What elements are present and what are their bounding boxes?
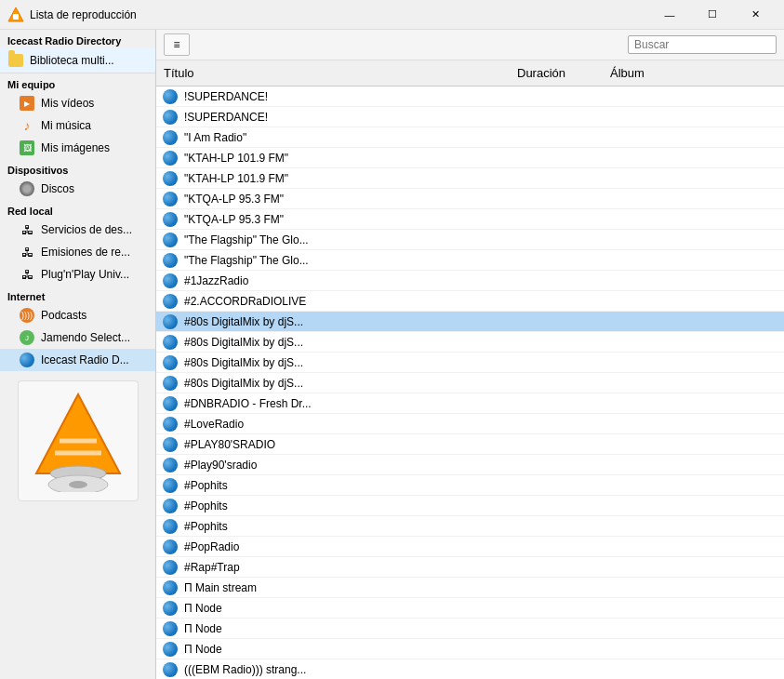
table-row[interactable]: #LoveRadio (156, 414, 784, 434)
row-globe-icon (156, 662, 184, 677)
row-title: #80s DigitalMix by djS... (184, 315, 510, 328)
sidebar-label-podcasts: Podcasts (41, 309, 86, 322)
row-title: #Pophits (184, 520, 510, 533)
table-row[interactable]: "The Flagship" The Glo... (156, 230, 784, 250)
table-row[interactable]: "The Flagship" The Glo... (156, 250, 784, 271)
sidebar-item-musica[interactable]: ♪ Mi música (0, 114, 155, 137)
section-label-red-local: Red local (0, 200, 155, 219)
sidebar-item-imagenes[interactable]: 🖼 Mis imágenes (0, 137, 155, 159)
network-icon-plugnplay: 🖧 (19, 266, 35, 283)
table-row[interactable]: #80s DigitalMix by djS... (156, 312, 784, 332)
table-row[interactable]: "I Am Radio" (156, 127, 784, 148)
table-row[interactable]: Π Node (156, 619, 784, 639)
table-row[interactable]: (((EBM Radio))) strang... (156, 659, 784, 679)
svg-rect-1 (13, 14, 19, 20)
row-title: "KTAH-LP 101.9 FM" (184, 172, 510, 185)
svg-marker-2 (36, 394, 120, 473)
row-globe-icon (156, 560, 184, 575)
icecast-icon (19, 352, 35, 368)
column-header-duracion[interactable]: Duración (510, 66, 603, 80)
row-globe-icon (156, 376, 184, 391)
table-row[interactable]: #80s DigitalMix by djS... (156, 353, 784, 373)
row-globe-icon (156, 417, 184, 432)
close-button[interactable]: ✕ (734, 0, 777, 30)
table-row[interactable]: #80s DigitalMix by djS... (156, 332, 784, 353)
table-row[interactable]: "KTQA-LP 95.3 FM" (156, 209, 784, 230)
row-title: "I Am Radio" (184, 131, 510, 144)
sidebar-item-icecast[interactable]: Icecast Radio D... (0, 349, 155, 371)
table-row[interactable]: #80s DigitalMix by djS... (156, 373, 784, 393)
sidebar-item-servicios[interactable]: 🖧 Servicios de des... (0, 219, 155, 241)
table-row[interactable]: Π Node (156, 598, 784, 619)
vlc-logo-area (18, 380, 139, 501)
titlebar: Lista de reproducción — ☐ ✕ (0, 0, 784, 30)
table-row[interactable]: #Pophits (156, 475, 784, 496)
row-globe-icon (156, 539, 184, 554)
row-globe-icon (156, 601, 184, 616)
network-icon-servicios: 🖧 (19, 221, 35, 238)
section-label-icecast-dir: Icecast Radio Directory (0, 30, 155, 48)
table-row[interactable]: #PLAY80'SRADIO (156, 434, 784, 455)
row-title: #2.ACCORDRaDIOLIVE (184, 295, 510, 308)
list-view-button[interactable]: ≡ (164, 33, 190, 56)
row-globe-icon (156, 355, 184, 370)
row-title: Π Node (184, 602, 510, 615)
table-row[interactable]: !SUPERDANCE! (156, 87, 784, 107)
search-input[interactable] (634, 38, 770, 51)
sidebar-label-servicios: Servicios de des... (41, 223, 132, 236)
column-header-titulo[interactable]: Título (156, 66, 510, 80)
row-title: #DNBRADIO - Fresh Dr... (184, 397, 510, 410)
maximize-button[interactable]: ☐ (691, 0, 734, 30)
table-row[interactable]: #1JazzRadio (156, 271, 784, 291)
folder-icon (7, 52, 24, 69)
music-icon: ♪ (19, 117, 35, 134)
table-row[interactable]: #2.ACCORDRaDIOLIVE (156, 291, 784, 312)
network-icon-emisiones: 🖧 (19, 244, 35, 260)
table-row[interactable]: #DNBRADIO - Fresh Dr... (156, 393, 784, 414)
section-label-mi-equipo: Mi equipo (0, 73, 155, 92)
vlc-logo (27, 390, 129, 492)
row-title: !SUPERDANCE! (184, 111, 510, 124)
sidebar-item-jamendo[interactable]: J Jamendo Select... (0, 326, 155, 349)
sidebar-item-videos[interactable]: ▶ Mis vídeos (0, 92, 155, 114)
row-globe-icon (156, 580, 184, 595)
row-title: #80s DigitalMix by djS... (184, 336, 510, 349)
row-title: #Rap#Trap (184, 561, 510, 574)
table-row[interactable]: "KTAH-LP 101.9 FM" (156, 168, 784, 189)
row-globe-icon (156, 89, 184, 104)
table-row[interactable]: "KTQA-LP 95.3 FM" (156, 189, 784, 209)
sidebar-item-discos[interactable]: Discos (0, 178, 155, 200)
table-row[interactable]: #Pophits (156, 516, 784, 537)
app-icon (7, 7, 24, 23)
sidebar-item-emisiones[interactable]: 🖧 Emisiones de re... (0, 241, 155, 263)
row-title: "The Flagship" The Glo... (184, 233, 510, 246)
table-row[interactable]: #PopRadio (156, 537, 784, 557)
sidebar-label-jamendo: Jamendo Select... (41, 331, 130, 344)
row-globe-icon (156, 192, 184, 206)
table-row[interactable]: #Rap#Trap (156, 557, 784, 578)
search-box (628, 35, 777, 54)
minimize-button[interactable]: — (648, 0, 691, 30)
row-globe-icon (156, 335, 184, 350)
table-row[interactable]: #Play90'sradio (156, 455, 784, 475)
table-row[interactable]: #Pophits (156, 496, 784, 516)
list-view-icon: ≡ (173, 38, 179, 51)
sidebar-item-label-biblioteca: Biblioteca multi... (30, 54, 114, 67)
column-header-album[interactable]: Álbum (603, 66, 784, 80)
window-controls: — ☐ ✕ (648, 0, 777, 30)
sidebar-item-plugnplay[interactable]: 🖧 Plug'n'Play Univ... (0, 263, 155, 286)
row-title: #80s DigitalMix by djS... (184, 377, 510, 390)
table-header: Título Duración Álbum (156, 60, 784, 87)
table-body[interactable]: !SUPERDANCE!!SUPERDANCE!"I Am Radio""KTA… (156, 87, 784, 679)
table-row[interactable]: Π Main stream (156, 578, 784, 598)
row-title: "KTQA-LP 95.3 FM" (184, 213, 510, 226)
sidebar-item-podcasts[interactable]: )))) Podcasts (0, 304, 155, 326)
sidebar-item-biblioteca[interactable]: Biblioteca multi... (0, 48, 155, 73)
main-container: Icecast Radio Directory Biblioteca multi… (0, 30, 784, 679)
row-title: Π Main stream (184, 581, 510, 594)
row-globe-icon (156, 458, 184, 473)
table-row[interactable]: "KTAH-LP 101.9 FM" (156, 148, 784, 168)
row-globe-icon (156, 519, 184, 534)
table-row[interactable]: Π Node (156, 639, 784, 659)
table-row[interactable]: !SUPERDANCE! (156, 107, 784, 127)
